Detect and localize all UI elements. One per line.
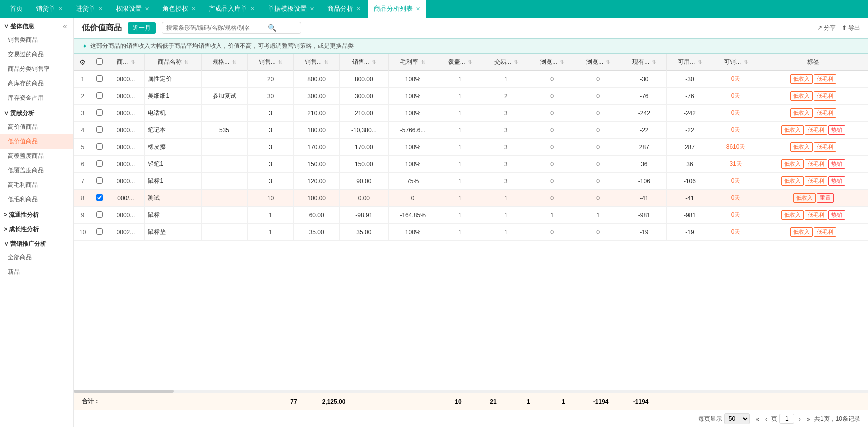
row-browse1[interactable]: 1 <box>529 207 575 224</box>
col-trade[interactable]: 交易... ⇅ <box>483 54 529 71</box>
row-browse1[interactable]: 0 <box>529 190 575 207</box>
row-checkbox[interactable] <box>92 156 107 173</box>
first-page-btn[interactable]: « <box>754 414 761 424</box>
export-btn[interactable]: ⬆ 导出 <box>842 24 860 32</box>
nav-home[interactable]: 首页 <box>4 0 29 18</box>
nav-product-analysis[interactable]: 商品分析 ✕ <box>321 0 367 18</box>
total-spacer2 <box>231 398 276 405</box>
close-icon[interactable]: ✕ <box>250 6 255 12</box>
col-sales-profit[interactable]: 销售... ⇅ <box>340 54 388 71</box>
row-name: 橡皮擦 <box>145 139 202 156</box>
sidebar-item-stock-capital[interactable]: 库存资金占用 <box>0 91 73 105</box>
col-checkbox[interactable] <box>92 54 107 71</box>
col-sales-qty[interactable]: 销售... ⇅ <box>248 54 294 71</box>
nav-role-auth[interactable]: 角色授权 ✕ <box>156 0 202 18</box>
col-spec[interactable]: 规格... ⇅ <box>201 54 247 71</box>
close-icon[interactable]: ✕ <box>416 6 420 12</box>
col-margin-rate[interactable]: 毛利率 ⇅ <box>388 54 437 71</box>
top-navigation: 首页 销货单 ✕ 进货单 ✕ 权限设置 ✕ 角色授权 ✕ 产成品入库单 ✕ 单据… <box>0 0 868 18</box>
per-page-select[interactable]: 50 100 <box>724 413 750 424</box>
sidebar-item-low-margin[interactable]: 低毛利商品 <box>0 192 73 207</box>
nav-product-analysis-list[interactable]: 商品分析列表 ✕ <box>368 0 426 18</box>
col-stock-current[interactable]: 现有... ⇅ <box>621 54 667 71</box>
row-select-checkbox[interactable] <box>96 211 103 218</box>
col-sales-amount[interactable]: 销售... ⇅ <box>294 54 340 71</box>
settings-icon[interactable]: ⚙ <box>79 58 86 66</box>
col-browse2[interactable]: 浏览... ⇅ <box>575 54 621 71</box>
last-page-btn[interactable]: » <box>805 414 812 424</box>
close-icon[interactable]: ✕ <box>310 6 314 12</box>
col-tags[interactable]: 标签 <box>759 54 868 71</box>
row-select-checkbox[interactable] <box>96 92 103 99</box>
prev-page-btn[interactable]: ‹ <box>763 414 769 424</box>
row-browse1[interactable]: 0 <box>529 173 575 190</box>
sidebar-item-high-coverage[interactable]: 高覆盖度商品 <box>0 149 73 163</box>
row-checkbox[interactable] <box>92 207 107 224</box>
page-number-input[interactable] <box>779 414 794 424</box>
close-icon[interactable]: ✕ <box>98 6 103 12</box>
search-icon[interactable]: 🔍 <box>268 24 276 32</box>
share-btn[interactable]: ↗ 分享 <box>817 24 836 32</box>
sidebar-item-low-value[interactable]: 低价值商品 <box>0 134 73 149</box>
row-browse1[interactable]: 0 <box>529 71 575 88</box>
col-stock-available[interactable]: 可用... ⇅ <box>667 54 713 71</box>
nav-permission[interactable]: 权限设置 ✕ <box>110 0 155 18</box>
row-select-checkbox[interactable] <box>96 177 103 184</box>
col-code[interactable]: 商... ⇅ <box>107 54 145 71</box>
col-stock-sellable[interactable]: 可销... ⇅ <box>713 54 759 71</box>
row-browse1[interactable]: 0 <box>529 224 575 241</box>
row-checkbox[interactable] <box>92 173 107 190</box>
row-browse1[interactable]: 0 <box>529 139 575 156</box>
sidebar-item-low-coverage[interactable]: 低覆盖度商品 <box>0 163 73 178</box>
col-settings[interactable]: ⚙ <box>74 54 92 71</box>
nav-product-inbound[interactable]: 产成品入库单 ✕ <box>203 0 261 18</box>
col-browse1[interactable]: 浏览... ⇅ <box>529 54 575 71</box>
row-qty: 1 <box>248 224 294 241</box>
sidebar-item-new-goods[interactable]: 新品 <box>0 265 73 279</box>
row-stock-available: 36 <box>667 156 713 173</box>
row-select-checkbox[interactable] <box>96 126 103 133</box>
main-layout: ∨ 整体信息 « 销售类商品 交易过的商品 商品分类销售率 高库存的商品 库存资… <box>0 18 868 427</box>
nav-template-settings[interactable]: 单据模板设置 ✕ <box>262 0 320 18</box>
row-select-checkbox[interactable] <box>96 228 103 235</box>
sidebar-item-high-stock[interactable]: 高库存的商品 <box>0 76 73 91</box>
sidebar-item-category-sales-rate[interactable]: 商品分类销售率 <box>0 62 73 76</box>
close-icon[interactable]: ✕ <box>145 6 149 12</box>
row-select-checkbox[interactable] <box>96 143 103 150</box>
row-checkbox[interactable] <box>92 190 107 207</box>
close-icon[interactable]: ✕ <box>191 6 196 12</box>
sidebar-item-high-margin[interactable]: 高毛利商品 <box>0 178 73 192</box>
row-select-checkbox[interactable] <box>96 194 103 201</box>
col-coverage[interactable]: 覆盖... ⇅ <box>437 54 483 71</box>
row-trade: 3 <box>483 156 529 173</box>
filter-recent-month-btn[interactable]: 近一月 <box>128 22 156 34</box>
nav-purchase-order[interactable]: 进货单 ✕ <box>70 0 109 18</box>
sidebar-item-all-goods[interactable]: 全部商品 <box>0 250 73 265</box>
sidebar-item-traded-goods[interactable]: 交易过的商品 <box>0 47 73 62</box>
row-checkbox[interactable] <box>92 139 107 156</box>
select-all-checkbox[interactable] <box>96 58 103 65</box>
row-checkbox[interactable] <box>92 71 107 88</box>
sidebar-item-high-value[interactable]: 高价值商品 <box>0 120 73 134</box>
table-container[interactable]: ⚙ 商... ⇅ 商品名称 ⇅ 规格... ⇅ 销售... ⇅ 销售... ⇅ … <box>74 54 868 390</box>
row-checkbox[interactable] <box>92 88 107 105</box>
nav-sales-order[interactable]: 销货单 ✕ <box>30 0 69 18</box>
search-input[interactable] <box>166 24 266 31</box>
row-stock-available: -19 <box>667 224 713 241</box>
row-browse1[interactable]: 0 <box>529 122 575 139</box>
row-select-checkbox[interactable] <box>96 160 103 167</box>
col-name[interactable]: 商品名称 ⇅ <box>145 54 202 71</box>
close-icon[interactable]: ✕ <box>356 6 361 12</box>
row-checkbox[interactable] <box>92 224 107 241</box>
row-select-checkbox[interactable] <box>96 109 103 116</box>
sidebar-collapse-btn[interactable]: « <box>61 22 69 31</box>
row-checkbox[interactable] <box>92 122 107 139</box>
row-browse1[interactable]: 0 <box>529 88 575 105</box>
close-icon[interactable]: ✕ <box>58 6 63 12</box>
row-browse1[interactable]: 0 <box>529 105 575 122</box>
row-browse1[interactable]: 0 <box>529 156 575 173</box>
sidebar-item-sales-goods[interactable]: 销售类商品 <box>0 33 73 47</box>
row-select-checkbox[interactable] <box>96 75 103 82</box>
row-checkbox[interactable] <box>92 105 107 122</box>
next-page-btn[interactable]: › <box>796 414 802 424</box>
